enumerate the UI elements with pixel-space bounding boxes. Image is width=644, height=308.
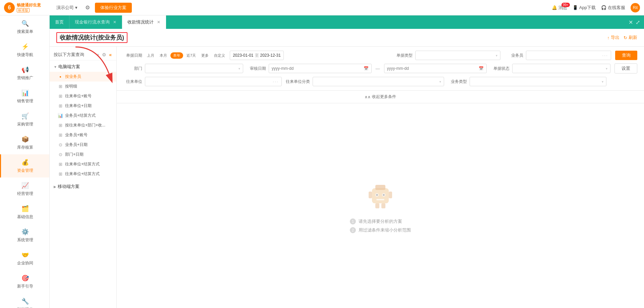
partner-category-select[interactable]: ▾ (313, 77, 444, 86)
tab-bank[interactable]: 现金银行流水查询 ✕ (69, 15, 122, 29)
messages-button[interactable]: 🔔 消息 99+ (552, 5, 567, 11)
filter-panel: 按以下方案查询 + ⚙ « ▼ 电脑端方案 ● 按业务员 (50, 47, 117, 308)
type-field: 单据类型 ▾ (394, 51, 500, 60)
receipt-tab-close-icon[interactable]: ✕ (157, 20, 160, 24)
last-7days-btn[interactable]: 近7天 (184, 52, 198, 59)
scheme-item-salesperson-account[interactable]: ⊞ 业务员+账号 (50, 130, 116, 140)
tab-bar-right: ✕ ⤢ (629, 19, 644, 25)
scheme-item-by-detail[interactable]: ⊞ 按明细 (50, 82, 116, 91)
sidebar-item-hardware[interactable]: 🔧 智能硬件 (0, 293, 49, 308)
type-select[interactable]: ▾ (415, 51, 500, 60)
scheme-item-partner-settle2[interactable]: ⊞ 往来单位+结算方式 (50, 169, 116, 179)
custom-btn[interactable]: 自定义 (212, 52, 227, 59)
date-range-input[interactable]: 2023-01-01 至 2023-12-31 (230, 51, 284, 60)
sidebar-item-purchase[interactable]: 🛒 采购管理 (0, 108, 49, 131)
step-num-1: 1 (350, 218, 356, 224)
audit-from-field[interactable] (272, 66, 362, 71)
mobile-group-header[interactable]: ▶ 移动端方案 (50, 182, 116, 192)
sidebar-label-operations: 经营管理 (17, 191, 33, 197)
scheme-dd-icon: ⊙ (58, 152, 63, 157)
bank-tab-close-icon[interactable]: ✕ (113, 20, 116, 24)
sidebar-item-finance[interactable]: 💰 资金管理 (0, 154, 49, 177)
sidebar-item-system[interactable]: ⚙️ 系统管理 (0, 224, 49, 247)
more-btn[interactable]: 更多 (199, 52, 211, 59)
trial-button[interactable]: 体验行业方案 (95, 3, 132, 13)
scheme-item-partner-account[interactable]: ⊞ 往来单位+账号 (50, 91, 116, 101)
refresh-label: 刷新 (629, 35, 637, 41)
sidebar-item-guide[interactable]: 🎯 新手引导 (0, 270, 49, 293)
scheme-label-dept-date: 部门+日期 (65, 152, 84, 157)
collapse-bar[interactable]: ∧∧ 收起更多条件 (117, 91, 644, 103)
logo-text: 畅捷通好生意 标准版 (17, 2, 41, 13)
salesperson-select[interactable]: ··· (526, 51, 611, 60)
online-service-label: 在线客服 (608, 5, 625, 11)
page-header: 收款情况统计(按业务员) ↑ 导出 ↻ 刷新 (50, 29, 644, 47)
scheme-label-partner-settle2: 往来单位+结算方式 (65, 171, 100, 177)
export-button[interactable]: ↑ 导出 (607, 35, 620, 41)
guide-icon: 🎯 (21, 274, 29, 282)
logo-area: 6 畅捷通好生意 标准版 (4, 2, 51, 13)
sidebar-item-inventory[interactable]: 📦 库存核算 (0, 131, 49, 154)
tab-home[interactable]: 首页 (50, 15, 69, 29)
maximize-icon[interactable]: ⤢ (636, 19, 640, 25)
doc-status-select[interactable]: ▾ (512, 64, 610, 73)
empty-illustration (364, 178, 397, 212)
desktop-scheme-group: ▼ 电脑端方案 ● 按业务员 ⊞ 按明细 ⊞ 往来单位+账号 (50, 60, 116, 180)
scheme-item-salesperson-date[interactable]: ⊙ 业务员+日期 (50, 140, 116, 150)
scheme-pd-icon: ⊞ (58, 103, 63, 108)
tab-receipt[interactable]: 收款情况统计 ✕ (122, 15, 166, 29)
svg-rect-0 (372, 188, 389, 203)
sidebar-item-search-menu[interactable]: 🔍 搜索菜单 (0, 15, 49, 39)
svg-rect-6 (376, 199, 384, 200)
collapse-label: 收起更多条件 (372, 94, 396, 100)
dept-select[interactable]: ▾ (145, 64, 243, 73)
scheme-label-partner-dept: 按往来单位+部门+收... (65, 122, 105, 128)
step-num-2: 2 (350, 227, 356, 233)
close-window-icon[interactable]: ✕ (629, 19, 633, 25)
scheme-item-partner-dept-income[interactable]: ⊞ 按往来单位+部门+收... (50, 120, 116, 130)
sidebar-item-quick-nav[interactable]: ⚡ 快捷导航 (0, 39, 49, 62)
online-service-button[interactable]: 🎧 在线客服 (601, 5, 625, 11)
scheme-item-partner-date[interactable]: ⊞ 往来单位+日期 (50, 101, 116, 111)
sidebar-item-basic[interactable]: 🗂️ 基础信息 (0, 201, 49, 224)
settings-icon-btn[interactable]: ⚙ (83, 3, 92, 12)
company-selector[interactable]: 演示公司 ▾ (54, 3, 80, 12)
this-year-btn[interactable]: 本年 (170, 52, 183, 59)
collapse-panel-button[interactable]: « (108, 51, 112, 58)
biz-type-select[interactable]: ▾ (470, 77, 606, 86)
user-initials: Rit (633, 5, 638, 10)
headset-icon: 🎧 (601, 5, 606, 10)
audit-to-field[interactable] (387, 66, 478, 71)
query-form: 单据日期 上月 本月 本年 近7天 更多 自定义 2023-01-01 (117, 47, 644, 91)
settings-button[interactable]: 设置 (614, 63, 637, 73)
sidebar-item-sales[interactable]: 📊 销售管理 (0, 85, 49, 108)
audit-date-from-input[interactable]: 📅 (269, 64, 372, 73)
refresh-button[interactable]: ↻ 刷新 (624, 35, 637, 41)
user-avatar[interactable]: Rit (631, 3, 640, 12)
collapse-icon: ∧∧ (365, 95, 371, 99)
mobile-expand-icon: ▶ (54, 185, 56, 189)
scheme-settings-button[interactable]: ⚙ (101, 51, 107, 58)
last-month-btn[interactable]: 上月 (145, 52, 156, 59)
salesperson-label: 业务员 (504, 53, 523, 58)
sidebar-item-enterprise[interactable]: 🤝 企业协同 (0, 247, 49, 270)
svg-rect-1 (375, 185, 385, 190)
desktop-group-header[interactable]: ▼ 电脑端方案 (50, 62, 116, 72)
sidebar-label-finance: 资金管理 (17, 168, 33, 173)
scheme-item-partner-settle1[interactable]: ⊞ 往来单位+结算方式 (50, 159, 116, 169)
biz-type-field: 业务类型 ▾ (448, 77, 606, 86)
sidebar-item-operations[interactable]: 📈 经营管理 (0, 177, 49, 201)
scheme-item-by-salesperson[interactable]: ● 按业务员 (50, 72, 116, 82)
query-button[interactable]: 查询 (615, 51, 637, 60)
scheme-item-salesperson-settle[interactable]: 📊 业务员+结算方式 (50, 111, 116, 120)
audit-date-to-input[interactable]: 📅 (384, 64, 487, 73)
app-download-button[interactable]: 📱 App下载 (573, 5, 596, 11)
partner-select[interactable]: ··· (145, 77, 282, 86)
add-scheme-button[interactable]: + (96, 51, 100, 58)
finance-icon: 💰 (21, 158, 29, 166)
scheme-item-dept-date[interactable]: ⊙ 部门+日期 (50, 150, 116, 159)
this-month-btn[interactable]: 本月 (158, 52, 169, 59)
sidebar-item-marketing[interactable]: 📢 营销推广 (0, 62, 49, 85)
sidebar-label-guide: 新手引导 (17, 284, 33, 289)
query-row-3: 往来单位 ··· 往来单位分类 ▾ (123, 77, 637, 86)
